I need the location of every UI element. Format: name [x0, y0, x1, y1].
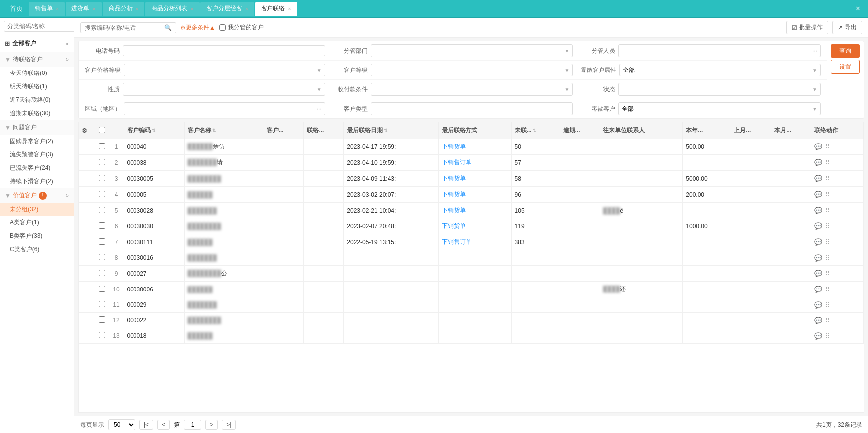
tab-close-customer-segment[interactable]: ×	[245, 6, 248, 12]
region-select[interactable]: ···	[124, 102, 325, 115]
payment-select[interactable]: ▼	[371, 83, 573, 96]
row-settings[interactable]	[79, 266, 95, 282]
row-checkbox[interactable]	[95, 234, 109, 250]
per-page-select[interactable]: 50 100 200	[108, 419, 135, 430]
chat-icon[interactable]: 💬	[814, 301, 822, 309]
reset-button[interactable]: 设置	[831, 60, 860, 74]
sidebar-item-churn-warning[interactable]: 流失预警客户(3)	[0, 148, 74, 161]
row-settings[interactable]	[79, 234, 95, 250]
chat-icon[interactable]: 💬	[814, 207, 822, 214]
row-checkbox[interactable]	[95, 139, 109, 155]
more-action-icon[interactable]: ⠿	[825, 238, 830, 246]
prev-page-btn[interactable]: <	[157, 420, 170, 430]
row-checkbox[interactable]	[95, 250, 109, 266]
chat-icon[interactable]: 💬	[814, 191, 822, 198]
tab-home[interactable]: 首页	[4, 4, 29, 13]
query-button[interactable]: 查询	[831, 44, 860, 58]
select-all-checkbox[interactable]	[99, 127, 105, 133]
last-method-link[interactable]: 下销售订单	[442, 238, 471, 245]
col-checkbox[interactable]	[95, 122, 109, 139]
row-checkbox[interactable]	[95, 203, 109, 218]
tab-customer-contact[interactable]: 客户联络 ×	[255, 2, 297, 16]
tab-close-product-analysis-list[interactable]: ×	[190, 6, 193, 12]
retail-customer-select[interactable]: 全部 ▼	[618, 102, 821, 115]
next-page-btn[interactable]: >	[205, 420, 218, 430]
more-action-icon[interactable]: ⠿	[825, 143, 830, 150]
col-last-date[interactable]: 最后联络日期 ⇅	[344, 122, 439, 139]
tab-close-customer-contact[interactable]: ×	[288, 6, 291, 12]
tab-close-purchase[interactable]: ×	[92, 6, 95, 12]
sidebar-item-class-a[interactable]: A类客户(1)	[0, 216, 74, 229]
row-settings[interactable]	[79, 313, 95, 328]
row-settings[interactable]	[79, 139, 95, 155]
chat-icon[interactable]: 💬	[814, 222, 822, 230]
more-action-icon[interactable]: ⠿	[825, 286, 830, 293]
tab-product-analysis[interactable]: 商品分析 ×	[103, 2, 144, 16]
row-settings[interactable]	[79, 203, 95, 218]
manager-select[interactable]: ···	[618, 44, 821, 57]
col-code[interactable]: 客户编码 ⇅	[124, 122, 184, 139]
row-settings[interactable]	[79, 155, 95, 171]
last-method-link[interactable]: 下销货单	[442, 175, 466, 182]
more-action-icon[interactable]: ⠿	[825, 270, 830, 277]
more-action-icon[interactable]: ⠿	[825, 207, 830, 214]
chat-icon[interactable]: 💬	[814, 254, 822, 262]
tab-close-sales[interactable]: ×	[56, 6, 59, 12]
col-settings[interactable]: ⚙	[79, 122, 95, 139]
tab-purchase[interactable]: 进货单 ×	[66, 2, 101, 16]
sidebar-item-today-pending[interactable]: 今天待联络(0)	[0, 67, 74, 80]
nature-select[interactable]: ▼	[123, 83, 325, 96]
row-settings[interactable]	[79, 297, 95, 313]
more-action-icon[interactable]: ⠿	[825, 317, 830, 324]
row-settings[interactable]	[79, 250, 95, 266]
more-action-icon[interactable]: ⠿	[825, 159, 830, 166]
sidebar-item-overdue-pending[interactable]: 逾期未联络(30)	[0, 107, 74, 120]
more-action-icon[interactable]: ⠿	[825, 175, 830, 182]
search-icon[interactable]: 🔍	[164, 24, 172, 31]
row-checkbox[interactable]	[95, 328, 109, 344]
row-checkbox[interactable]	[95, 218, 109, 234]
more-action-icon[interactable]: ⠿	[825, 301, 830, 309]
chat-icon[interactable]: 💬	[814, 159, 822, 166]
chat-icon[interactable]: 💬	[814, 332, 822, 340]
last-method-link[interactable]: 下销售订单	[442, 159, 471, 166]
more-action-icon[interactable]: ⠿	[825, 254, 830, 262]
row-settings[interactable]	[79, 218, 95, 234]
export-btn[interactable]: ↗ 导出	[832, 21, 862, 34]
tab-sales[interactable]: 销售单 ×	[29, 2, 65, 16]
sidebar-item-class-c[interactable]: C类客户(6)	[0, 243, 74, 256]
sidebar-item-7days-pending[interactable]: 近7天待联络(0)	[0, 93, 74, 107]
price-level-select[interactable]: ▼	[124, 64, 325, 76]
sidebar-group-pending[interactable]: ▼ 待联络客户 ↻	[0, 52, 74, 67]
batch-operation-btn[interactable]: ☑ 批量操作	[786, 21, 828, 34]
sidebar-all-customers[interactable]: ⊞ 全部客户 «	[0, 35, 74, 52]
retail-attr-select[interactable]: 全部 ▼	[619, 64, 821, 76]
sidebar-item-class-b[interactable]: B类客户(33)	[0, 229, 74, 243]
tab-close-product-analysis[interactable]: ×	[135, 6, 138, 12]
status-select[interactable]: ▼	[618, 83, 821, 96]
sidebar-item-tomorrow-pending[interactable]: 明天待联络(1)	[0, 80, 74, 93]
refresh-icon[interactable]: ↻	[65, 57, 69, 62]
my-customers-check[interactable]	[219, 24, 226, 31]
chat-icon[interactable]: 💬	[814, 238, 822, 246]
last-method-link[interactable]: 下销货单	[442, 222, 466, 229]
customer-type-select[interactable]	[371, 102, 573, 115]
row-settings[interactable]	[79, 187, 95, 203]
sidebar-item-lost[interactable]: 已流失客户(24)	[0, 161, 74, 175]
sidebar-group-problem[interactable]: ▼ 问题客户	[0, 120, 74, 135]
phone-input[interactable]	[123, 45, 325, 56]
sidebar-search-input[interactable]	[4, 21, 74, 32]
more-action-icon[interactable]: ⠿	[825, 222, 830, 230]
col-not-contacted[interactable]: 未联... ⇅	[511, 122, 560, 139]
more-conditions-btn[interactable]: ⚙ 更多条件 ▲	[180, 23, 215, 32]
sidebar-item-declining[interactable]: 持续下滑客户(2)	[0, 175, 74, 188]
row-checkbox[interactable]	[95, 155, 109, 171]
last-method-link[interactable]: 下销货单	[442, 207, 466, 214]
tab-product-analysis-list[interactable]: 商品分析列表 ×	[145, 2, 199, 16]
customer-level-select[interactable]: ▼	[371, 64, 573, 76]
row-settings[interactable]	[79, 282, 95, 297]
row-checkbox[interactable]	[95, 282, 109, 297]
chat-icon[interactable]: 💬	[814, 317, 822, 324]
row-settings[interactable]	[79, 171, 95, 187]
row-checkbox[interactable]	[95, 266, 109, 282]
